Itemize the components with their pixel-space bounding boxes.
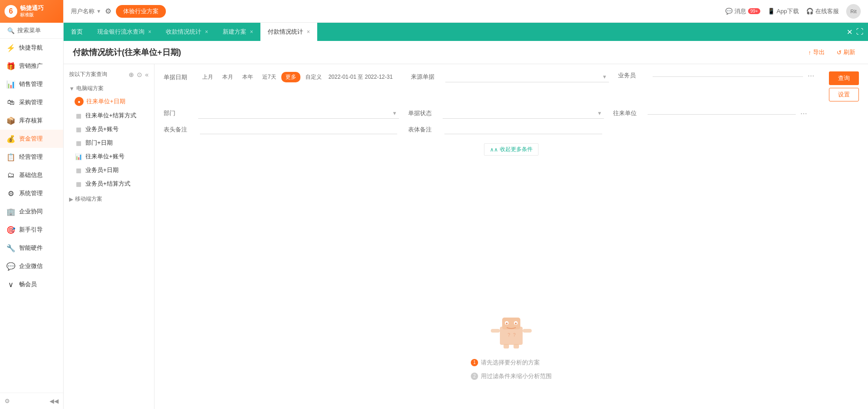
user-avatar[interactable]: Rit bbox=[846, 4, 861, 19]
sidebar-item-label: 企业协同 bbox=[19, 207, 43, 216]
filter-area: 单据日期 上月 本月 本年 近7天 更多 自定义 2022-01-01 至 20… bbox=[155, 64, 868, 286]
sidebar-item-system[interactable]: ⚙ 系统管理 bbox=[0, 184, 63, 202]
sidebar-item-guide[interactable]: 🎯 新手引导 bbox=[0, 221, 63, 239]
grid-icon: ▦ bbox=[75, 139, 83, 147]
svg-rect-9 bbox=[514, 344, 519, 348]
refresh-button[interactable]: ↺ 刷新 bbox=[833, 46, 859, 58]
source-label: 来源单据 bbox=[411, 73, 443, 81]
sidebar-item-label: 智能硬件 bbox=[19, 244, 43, 252]
status-select[interactable]: ▾ bbox=[443, 108, 604, 119]
date-btn-custom[interactable]: 自定义 bbox=[301, 71, 326, 83]
date-btn-more[interactable]: 更多 bbox=[281, 72, 300, 82]
sidebar-item-label: 畅会员 bbox=[19, 280, 37, 288]
settings-button[interactable]: 设置 bbox=[829, 88, 859, 101]
sidebar-item-marketing[interactable]: 🎁 营销推广 bbox=[0, 57, 63, 75]
topbar: 用户名称 ▾ ⚙ 体验行业方案 💬 消息 99+ 📱 App下载 🎧 在线客服 … bbox=[64, 0, 868, 23]
search-menu[interactable]: 🔍 搜索菜单 bbox=[0, 23, 63, 39]
date-btn-this-month[interactable]: 本月 bbox=[218, 71, 237, 83]
scheme-item-label: 部门+日期 bbox=[85, 139, 113, 147]
hardware-icon: 🔧 bbox=[6, 243, 15, 252]
message-item[interactable]: 💬 消息 99+ bbox=[725, 7, 760, 15]
export-button[interactable]: ↑ 导出 bbox=[805, 46, 829, 58]
staff-input[interactable] bbox=[653, 75, 803, 77]
sidebar-item-capital[interactable]: 💰 资金管理 bbox=[0, 130, 63, 148]
user-area[interactable]: 用户名称 ▾ bbox=[71, 7, 100, 15]
grid-icon: ▦ bbox=[75, 166, 83, 174]
search-icon: 🔍 bbox=[7, 27, 15, 34]
scheme-item-staff-settle[interactable]: ▦ 业务员+结算方式 bbox=[64, 177, 154, 191]
sidebar-item-quick-nav[interactable]: ⚡ 快捷导航 bbox=[0, 39, 63, 57]
date-btn-last-month[interactable]: 上月 bbox=[198, 71, 217, 83]
scheme-add-icon[interactable]: ⊕ bbox=[129, 71, 134, 78]
svg-text:?: ? bbox=[513, 333, 516, 338]
logo-icon: 6 bbox=[5, 5, 17, 18]
tab-close-all-icon[interactable]: ✕ bbox=[847, 28, 853, 36]
sidebar-item-operation[interactable]: 📋 经营管理 bbox=[0, 148, 63, 166]
scheme-settings-icon[interactable]: ⊙ bbox=[137, 71, 142, 78]
tab-pay-stats[interactable]: 付款情况统计 × bbox=[260, 23, 317, 41]
empty-text: 1 请先选择要分析的方案 2 用过滤条件来缩小分析范围 bbox=[471, 357, 552, 382]
active-dot-icon: ● bbox=[75, 97, 84, 106]
svg-rect-6 bbox=[491, 329, 500, 333]
scheme-group-desktop-title[interactable]: ▼ 电脑端方案 bbox=[64, 83, 154, 94]
sidebar-nav: ⚡ 快捷导航 🎁 营销推广 📊 销售管理 🛍 采购管理 📦 库存核算 💰 资金管… bbox=[0, 39, 63, 393]
chart-icon: 📊 bbox=[75, 152, 83, 161]
sidebar-item-member[interactable]: ∨ 畅会员 bbox=[0, 275, 63, 293]
sidebar-item-inventory[interactable]: 📦 库存核算 bbox=[0, 111, 63, 130]
trial-button[interactable]: 体验行业方案 bbox=[116, 5, 166, 18]
sidebar-item-label: 企业微信 bbox=[19, 262, 43, 270]
system-icon: ⚙ bbox=[6, 189, 15, 198]
scheme-item-partner-date[interactable]: ● 往来单位+日期 bbox=[64, 94, 154, 109]
scheme-item-partner-account[interactable]: 📊 往来单位+账号 bbox=[64, 150, 154, 163]
sidebar-item-label: 经营管理 bbox=[19, 153, 43, 161]
user-name: 用户名称 bbox=[71, 7, 95, 15]
tabbar: 首页 现金银行流水查询 × 收款情况统计 × 新建方案 × 付款情况统计 × ✕… bbox=[64, 23, 868, 41]
tab-receive-stats-close[interactable]: × bbox=[205, 29, 208, 35]
query-button[interactable]: 查询 bbox=[829, 71, 859, 85]
tab-new-scheme-close[interactable]: × bbox=[250, 29, 253, 35]
sales-icon: 📊 bbox=[6, 80, 15, 89]
scheme-item-staff-date[interactable]: ▦ 业务员+日期 bbox=[64, 163, 154, 177]
scheme-collapse-icon[interactable]: « bbox=[145, 71, 149, 78]
body-note-divider bbox=[444, 125, 602, 134]
sidebar-item-wechat[interactable]: 💬 企业微信 bbox=[0, 257, 63, 275]
scheme-item-partner-settle[interactable]: ▦ 往来单位+结算方式 bbox=[64, 109, 154, 122]
tab-fullscreen-icon[interactable]: ⛶ bbox=[856, 28, 863, 36]
sidebar-item-enterprise[interactable]: 🏢 企业协同 bbox=[0, 202, 63, 221]
date-btn-7days[interactable]: 近7天 bbox=[258, 71, 280, 83]
grid-icon: ▦ bbox=[75, 111, 83, 120]
sidebar-item-purchase[interactable]: 🛍 采购管理 bbox=[0, 93, 63, 111]
partner-input[interactable] bbox=[648, 112, 796, 115]
scheme-item-label: 业务员+结算方式 bbox=[85, 180, 130, 188]
guide-icon: 🎯 bbox=[6, 225, 15, 234]
sidebar-item-sales[interactable]: 📊 销售管理 bbox=[0, 75, 63, 93]
tab-pay-stats-close[interactable]: × bbox=[307, 29, 310, 35]
settings-icon[interactable]: ⚙ bbox=[105, 7, 111, 15]
dept-select[interactable]: ▾ bbox=[198, 108, 399, 119]
source-select[interactable]: ▾ bbox=[445, 71, 609, 82]
app-download-item[interactable]: 📱 App下载 bbox=[768, 7, 799, 15]
partner-dots[interactable]: ··· bbox=[798, 109, 809, 117]
scheme-group-desktop: ▼ 电脑端方案 ● 往来单位+日期 ▦ 往来单位+结算方式 ▦ 业务员+账号 bbox=[64, 81, 154, 192]
sidebar-item-hardware[interactable]: 🔧 智能硬件 bbox=[0, 239, 63, 257]
collapse-more-button[interactable]: ∧∧ 收起更多条件 bbox=[484, 143, 539, 156]
sidebar-collapse-icon[interactable]: ◀◀ bbox=[50, 398, 59, 404]
app-version: 标准版 bbox=[20, 12, 44, 18]
purchase-icon: 🛍 bbox=[6, 98, 15, 107]
online-service-item[interactable]: 🎧 在线客服 bbox=[806, 7, 839, 15]
tab-bank-flow-close[interactable]: × bbox=[148, 29, 151, 35]
tab-new-scheme[interactable]: 新建方案 × bbox=[215, 23, 260, 41]
scheme-group-mobile-title[interactable]: ▶ 移动端方案 bbox=[64, 192, 154, 206]
scheme-item-dept-date[interactable]: ▦ 部门+日期 bbox=[64, 136, 154, 150]
date-btn-this-year[interactable]: 本年 bbox=[238, 71, 257, 83]
staff-dots[interactable]: ··· bbox=[806, 71, 816, 80]
empty-illustration: ? ? bbox=[489, 313, 534, 349]
scheme-item-staff-account[interactable]: ▦ 业务员+账号 bbox=[64, 122, 154, 136]
tab-home[interactable]: 首页 bbox=[64, 23, 90, 41]
sidebar-item-basics[interactable]: 🗂 基础信息 bbox=[0, 166, 63, 184]
arrow-right-icon: ▶ bbox=[69, 196, 73, 202]
tab-bank-flow[interactable]: 现金银行流水查询 × bbox=[90, 23, 159, 41]
tab-receive-stats[interactable]: 收款情况统计 × bbox=[159, 23, 215, 41]
sidebar-settings-icon[interactable]: ⚙ bbox=[5, 398, 10, 404]
search-label: 搜索菜单 bbox=[17, 26, 41, 35]
